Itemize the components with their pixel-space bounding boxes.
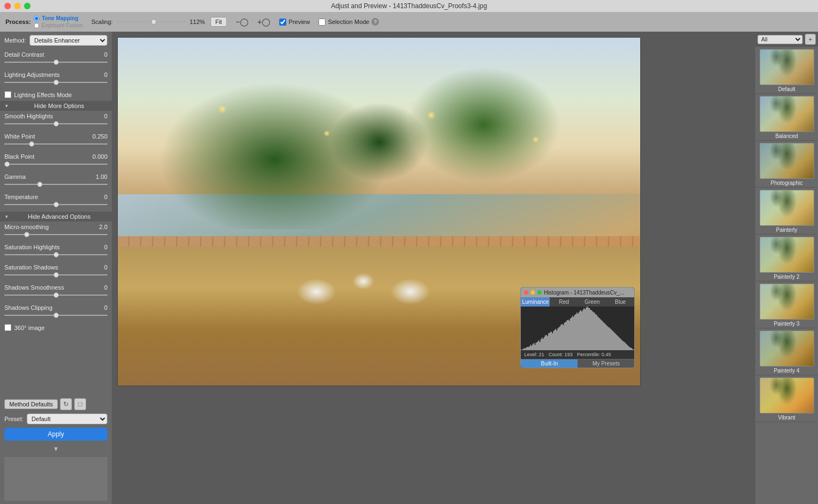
black-point-label: Black Point — [4, 153, 34, 160]
preset-painterly4[interactable]: Painterly 4 — [755, 328, 818, 375]
right-panel: All Built-In My Presets + Default Balanc… — [755, 32, 818, 504]
preset-painterly3[interactable]: Painterly 3 — [755, 281, 818, 328]
preset-photographic[interactable]: Photographic — [755, 141, 818, 188]
center-area: Histogram - 1413ThaddeusCv_... Luminance… — [112, 32, 755, 504]
preset-balanced-label: Balanced — [775, 133, 798, 139]
method-select[interactable]: Details Enhancer Tone Compressor Contras… — [29, 35, 107, 46]
micro-smoothing-group: Micro-smoothing 2.0 — [0, 221, 112, 242]
preset-painterly2-label: Painterly 2 — [774, 274, 799, 280]
black-point-slider[interactable] — [4, 160, 107, 168]
shadows-smoothness-slider[interactable] — [4, 291, 107, 299]
white-point-label: White Point — [4, 133, 35, 140]
fit-button[interactable]: Fit — [210, 17, 227, 27]
preset-painterly-label: Painterly — [776, 227, 797, 233]
temperature-value: 0 — [91, 194, 107, 200]
lighting-adjustments-slider[interactable] — [4, 79, 107, 86]
preset-vibrant-label: Vibrant — [778, 415, 796, 421]
hist-close-dot[interactable] — [524, 290, 528, 295]
preview-checkbox[interactable] — [279, 19, 286, 26]
micro-smoothing-slider[interactable] — [4, 231, 107, 238]
smooth-highlights-value: 0 — [91, 113, 107, 119]
gamma-value: 1.00 — [91, 173, 107, 180]
selection-mode-checkbox[interactable] — [318, 19, 326, 26]
hist-max-dot[interactable] — [537, 290, 542, 295]
preset-painterly-thumb — [760, 190, 814, 226]
method-defaults-button[interactable]: Method Defaults — [4, 399, 58, 409]
copy-icon-button[interactable]: □ — [74, 398, 86, 410]
white-point-value: 0.250 — [91, 133, 107, 140]
thumb-painterly4-overlay — [760, 331, 814, 366]
advanced-options-header[interactable]: ▼ Hide Advanced Options — [0, 212, 112, 221]
exposure-fusion-radio[interactable]: Exposure Fusion — [34, 22, 82, 28]
expand-arrow[interactable]: ▼ — [4, 444, 107, 454]
add-preset-button[interactable]: + — [805, 34, 816, 45]
percentile-value: 0.45 — [602, 352, 611, 357]
method-row: Method: Details Enhancer Tone Compressor… — [0, 32, 112, 49]
saturation-shadows-value: 0 — [91, 264, 107, 271]
image-chairs — [222, 219, 536, 323]
smooth-highlights-slider[interactable] — [4, 120, 107, 128]
more-options-header[interactable]: ▼ Hide More Options — [0, 101, 112, 111]
lighting-effects-row: Lighting Effects Mode — [0, 89, 112, 101]
saturation-shadows-slider[interactable] — [4, 271, 107, 279]
preset-balanced[interactable]: Balanced — [755, 94, 818, 141]
histogram-tab-red[interactable]: Red — [550, 297, 578, 307]
white-point-slider[interactable] — [4, 140, 107, 148]
preview-label: Preview — [288, 19, 310, 25]
title-bar: Adjust and Preview - 1413ThaddeusCv_Proo… — [0, 0, 818, 12]
gamma-label: Gamma — [4, 173, 26, 180]
shadows-clipping-slider[interactable] — [4, 311, 107, 319]
reset-icon-button[interactable]: ↻ — [60, 398, 72, 410]
preset-default[interactable]: Default — [755, 47, 818, 94]
micro-smoothing-value: 2.0 — [91, 224, 107, 230]
preset-default-thumb — [760, 49, 814, 85]
shadows-smoothness-group: Shadows Smoothness 0 — [0, 282, 112, 302]
selection-mode-section: Selection Mode ? — [318, 18, 379, 26]
zoom-in-button[interactable]: +◯ — [257, 17, 270, 26]
detail-contrast-slider[interactable] — [4, 58, 107, 66]
saturation-highlights-label: Saturation Highlights — [4, 244, 60, 250]
shadows-clipping-label: Shadows Clipping — [4, 304, 52, 311]
close-button[interactable] — [4, 3, 11, 9]
right-top-bar: All Built-In My Presets + — [755, 32, 818, 47]
histogram-tab-green[interactable]: Green — [578, 297, 606, 307]
thumb-vibrant-overlay — [760, 378, 814, 413]
maximize-button[interactable] — [24, 3, 31, 9]
checkbox-360[interactable] — [4, 324, 11, 331]
notes-textarea[interactable] — [4, 457, 107, 501]
preset-select[interactable]: Default Balanced Painterly — [27, 413, 107, 424]
temperature-slider[interactable] — [4, 201, 107, 208]
apply-button[interactable]: Apply — [4, 428, 107, 441]
count-label: Count: 193 — [549, 352, 573, 357]
preset-painterly3-thumb — [760, 284, 814, 320]
zoom-out-button[interactable]: −◯ — [236, 17, 249, 26]
histogram-tab-blue[interactable]: Blue — [606, 297, 635, 307]
tone-mapping-radio[interactable]: Tone Mapping — [34, 15, 82, 21]
lighting-adjustments-group: Lighting Adjustments 0 — [0, 69, 112, 89]
scaling-slider[interactable] — [116, 18, 187, 26]
preset-painterly2[interactable]: Painterly 2 — [755, 235, 818, 281]
thumb-painterly3-overlay — [760, 284, 814, 319]
hist-min-dot[interactable] — [531, 290, 535, 295]
histogram-tab-luminance[interactable]: Luminance — [521, 297, 550, 307]
level-value: 21 — [539, 352, 544, 357]
gamma-slider[interactable] — [4, 181, 107, 188]
detail-contrast-label: Detail Contrast — [4, 51, 44, 58]
preset-painterly[interactable]: Painterly — [755, 188, 818, 235]
preset-vibrant[interactable]: Vibrant — [755, 375, 818, 422]
minimize-button[interactable] — [14, 3, 21, 9]
scaling-value: 112% — [190, 19, 207, 25]
preset-painterly4-label: Painterly 4 — [774, 368, 799, 374]
built-in-tab[interactable]: Built-In — [521, 359, 578, 368]
saturation-highlights-slider[interactable] — [4, 251, 107, 259]
preset-painterly2-thumb — [760, 237, 814, 273]
process-radio-group: Tone Mapping Exposure Fusion — [34, 15, 82, 28]
histogram-title: Histogram - 1413ThaddeusCv_... — [544, 290, 624, 296]
built-in-tabs: Built-In My Presets — [521, 359, 634, 368]
my-presets-tab[interactable]: My Presets — [578, 359, 634, 368]
right-filter-select[interactable]: All Built-In My Presets — [757, 35, 803, 44]
smooth-highlights-group: Smooth Highlights 0 — [0, 111, 112, 131]
lighting-effects-checkbox[interactable] — [4, 91, 11, 98]
help-icon[interactable]: ? — [371, 18, 379, 26]
more-options-title: Hide More Options — [11, 103, 107, 109]
